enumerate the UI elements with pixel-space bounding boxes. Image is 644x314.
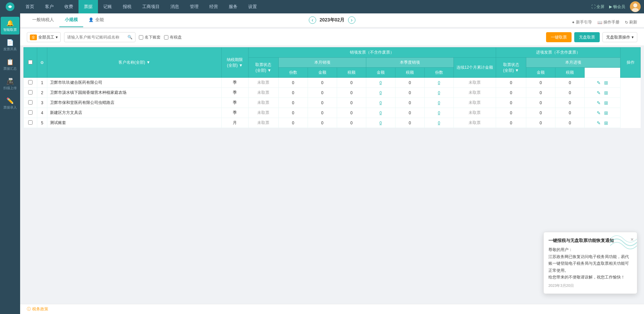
search-input[interactable] xyxy=(67,35,127,40)
nav-item-消息[interactable]: 消息 xyxy=(165,0,184,13)
svg-point-3 xyxy=(633,3,637,7)
row-purchase-status: 未取票 xyxy=(453,98,496,108)
nav-item-经营[interactable]: 经营 xyxy=(204,0,223,13)
sidebar-item-票据录入[interactable]: ✏️ 票据录入 xyxy=(1,95,19,112)
my-account-check[interactable] xyxy=(139,35,143,40)
tax-disk-checkbox[interactable]: 有税盘 xyxy=(164,35,182,40)
edit-icon[interactable]: ✎ xyxy=(597,120,601,126)
notification-popup: × 一键报税与无盘取票功能恢复通知 尊敬的用户： 江苏政务网已恢复访问电子税务局… xyxy=(543,232,637,294)
row-sales-status: 未取票 xyxy=(248,118,278,128)
sidebar-item-智能取票[interactable]: 🔔 智能取票 xyxy=(1,17,19,35)
row-sales-shares-m: 0 xyxy=(278,108,308,118)
sidebar-item-扫描上传[interactable]: 📠 扫描上传 xyxy=(1,75,19,93)
col-sales-tax-q: 税额 xyxy=(395,68,424,78)
col-purchase-status: 取票状态(全部) ▼ xyxy=(496,58,526,78)
refresh-btn[interactable]: ↻ 刷新 xyxy=(625,19,637,25)
edit-icon[interactable]: ✎ xyxy=(597,90,601,96)
tax-disk-check[interactable] xyxy=(164,35,168,40)
no-disk-op-btn[interactable]: 无盘取票操作 ▾ xyxy=(602,32,637,42)
view-icon[interactable]: ⊞ xyxy=(604,120,608,126)
table-row: 5 测试账套 月 未取票 0 0 0 0 0 0 未取票 0 0 0 ✎ ⊞ xyxy=(24,118,641,128)
refresh-icon: ↻ xyxy=(625,20,628,25)
row-cumulative12: 0 xyxy=(424,98,453,108)
notif-date: 2023年3月20日 xyxy=(548,282,632,289)
nav-item-设置[interactable]: 设置 xyxy=(243,0,262,13)
member-btn[interactable]: ▶ 畅会员 xyxy=(609,4,625,10)
sub-tab-一般纳税人[interactable]: 一般纳税人 xyxy=(27,13,59,27)
manual-btn[interactable]: 📖 操作手册 xyxy=(597,19,620,25)
sidebar-icon: ✏️ xyxy=(6,97,14,105)
col-sales-amount-q: 金额 xyxy=(366,68,395,78)
nav-item-报税[interactable]: 报税 xyxy=(117,0,137,13)
table-row: 3 卫辉市保和堂医药有限公司虫蜡路店 季 未取票 0 0 0 0 0 0 未取票… xyxy=(24,98,641,108)
row-sales-tax-q: 0 xyxy=(395,108,424,118)
col-sales-header: 销项发票（不含作废票） xyxy=(248,48,496,58)
nav-item-收费[interactable]: 收费 xyxy=(59,0,78,13)
my-account-checkbox[interactable]: 名下账套 xyxy=(139,35,161,40)
view-icon[interactable]: ⊞ xyxy=(604,90,608,96)
col-month-sales: 本月销项 xyxy=(278,58,366,68)
row-purchase-shares-m: 0 xyxy=(496,98,526,108)
row-sales-tax-m: 0 xyxy=(337,78,366,88)
bottom-bar: ⓘ 税务政策 xyxy=(20,304,644,314)
row-actions: ✎ ⊞ xyxy=(585,108,621,118)
row-purchase-status: 未取票 xyxy=(453,118,496,128)
sub-header-tabs: 一般纳税人小规模👤全能 xyxy=(27,13,109,27)
edit-icon[interactable]: ✎ xyxy=(597,100,601,106)
search-icon[interactable]: 🔍 xyxy=(127,35,132,40)
notif-body: 江苏政务网已恢复访问电子税务局功能，易代账一键登陆电子税务局与无盘取票相关功能可… xyxy=(548,253,632,274)
info-icon: ⓘ xyxy=(27,306,31,312)
view-icon[interactable]: ⊞ xyxy=(604,80,608,85)
sidebar-label: 智能取票 xyxy=(3,28,17,32)
nav-item-记账[interactable]: 记账 xyxy=(98,0,117,13)
col-customer-name: 客户名称(全部) ▼ xyxy=(47,48,222,78)
new-guide-btn[interactable]: ✦ 新手引导 xyxy=(572,19,592,25)
sub-tab-小规模[interactable]: 小规模 xyxy=(59,13,83,27)
row-sales-tax-q: 0 xyxy=(395,98,424,108)
logo[interactable] xyxy=(3,0,17,13)
next-month-btn[interactable]: › xyxy=(348,16,355,24)
row-tax-period: 季 xyxy=(221,78,248,88)
edit-icon[interactable]: ✎ xyxy=(597,80,601,85)
sub-header-wrapper: 一般纳税人小规模👤全能 ‹ 2023年02月 › ✦ 新手引导 📖 操作手册 ↻… xyxy=(20,13,644,27)
search-wrap: 🔍 xyxy=(64,32,136,42)
no-disk-btn[interactable]: 无盘取票 xyxy=(574,32,600,42)
row-actions: ✎ ⊞ xyxy=(585,118,621,128)
row-checkbox[interactable] xyxy=(28,90,33,95)
nav-item-工商项目[interactable]: 工商项目 xyxy=(137,0,165,13)
one-key-btn[interactable]: 一键取票 xyxy=(546,32,572,42)
row-sales-tax-q: 0 xyxy=(395,118,424,128)
nav-item-服务[interactable]: 服务 xyxy=(223,0,243,13)
nav-item-管理[interactable]: 管理 xyxy=(184,0,204,13)
table-row: 2 卫辉市汲水镇下园闹香烟营木种植家庭农场 季 未取票 0 0 0 0 0 0 … xyxy=(24,88,641,98)
row-sales-shares-m: 0 xyxy=(278,78,308,88)
nav-item-首页[interactable]: 首页 xyxy=(20,0,40,13)
select-all-checkbox[interactable] xyxy=(28,60,33,64)
sidebar-icon: 📠 xyxy=(6,78,14,85)
col-cumulative: 连续12个月累计金额 xyxy=(453,58,496,78)
nav-item-票据[interactable]: 票据 xyxy=(78,0,98,13)
sidebar-item-票据汇总[interactable]: 📋 票据汇总 xyxy=(1,56,19,73)
toolbar-right: 一键取票 无盘取票 无盘取票操作 ▾ xyxy=(546,32,637,42)
tax-policy-link[interactable]: ⓘ 税务政策 xyxy=(27,306,48,312)
sub-tab-全能[interactable]: 👤全能 xyxy=(83,13,109,27)
row-checkbox[interactable] xyxy=(28,110,33,115)
employee-filter[interactable]: 全 全部员工 ▾ xyxy=(27,32,61,42)
settings-icon[interactable]: ⚙ xyxy=(40,60,44,65)
view-icon[interactable]: ⊞ xyxy=(604,100,608,106)
col-purchase-header: 进项发票（不含作废票） xyxy=(496,48,621,58)
sidebar-item-发票开具[interactable]: 📄 发票开具 xyxy=(1,36,19,54)
row-checkbox[interactable] xyxy=(28,100,33,105)
row-checkbox[interactable] xyxy=(28,120,33,125)
col-sales-amount-m: 金额 xyxy=(308,68,337,78)
row-tax-period: 季 xyxy=(221,98,248,108)
prev-month-btn[interactable]: ‹ xyxy=(309,16,316,24)
edit-icon[interactable]: ✎ xyxy=(597,110,601,116)
row-checkbox[interactable] xyxy=(28,80,33,84)
current-date: 2023年02月 xyxy=(320,17,345,23)
row-purchase-shares-m: 0 xyxy=(496,78,526,88)
fullscreen-btn[interactable]: ⛶ 全屏 xyxy=(591,4,604,10)
avatar[interactable] xyxy=(630,1,641,12)
nav-item-客户[interactable]: 客户 xyxy=(40,0,59,13)
view-icon[interactable]: ⊞ xyxy=(604,110,608,116)
